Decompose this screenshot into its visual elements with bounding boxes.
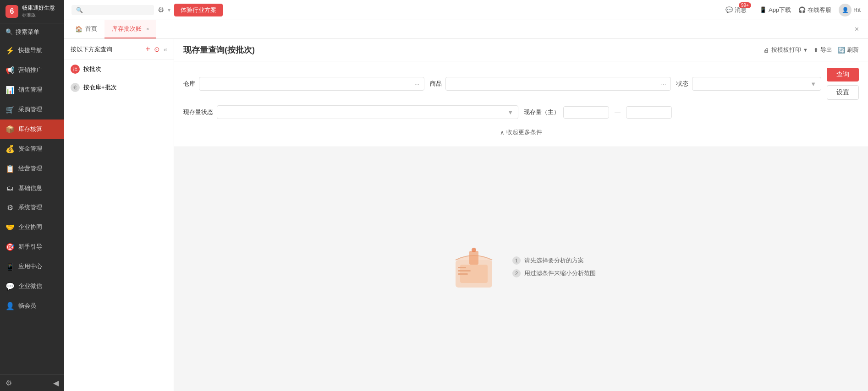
- refresh-label: 刷新: [847, 46, 859, 54]
- stock-qty-from-input[interactable]: [563, 106, 609, 119]
- collapse-panel-icon[interactable]: «: [164, 45, 167, 53]
- topbar-dropdown-icon[interactable]: ▾: [168, 7, 170, 13]
- print-action[interactable]: 🖨 按模板打印 ▼: [764, 46, 808, 54]
- status-filter: 状态 ▼: [676, 77, 821, 91]
- stock-status-label: 现存量状态: [183, 108, 213, 116]
- operation-icon: 📋: [5, 164, 15, 173]
- warehouse-input[interactable]: ···: [199, 77, 424, 91]
- sidebar-item-basic[interactable]: 🗂 基础信息: [0, 179, 64, 198]
- sidebar-item-marketing[interactable]: 📢 营销推广: [0, 60, 64, 80]
- empty-state: 1 请先选择要分析的方案 2 用过滤条件来缩小分析范围: [174, 147, 868, 391]
- tab-home-label: 首页: [85, 25, 97, 33]
- stock-qty-to-input[interactable]: [626, 106, 672, 119]
- trial-btn[interactable]: 体验行业方案: [174, 4, 223, 16]
- member-icon: 👤: [5, 302, 15, 310]
- system-icon: ⚙: [5, 203, 15, 212]
- sidebar-item-sales[interactable]: 📊 销售管理: [0, 80, 64, 100]
- sidebar-item-enterprise-wechat[interactable]: 💬 企业微信: [0, 277, 64, 296]
- messages-item[interactable]: 💬 消息 99+: [725, 6, 747, 14]
- sidebar-item-quick-nav[interactable]: ⚡ 快捷导航: [0, 41, 64, 60]
- purchase-icon: 🛒: [5, 105, 15, 114]
- tab-close-icon[interactable]: ×: [146, 26, 149, 32]
- app-download-label: App下载: [769, 6, 791, 14]
- tabsbar: 🏠 首页 库存批次账 × ×: [64, 20, 868, 39]
- empty-tip-2: 2 用过滤条件来缩小分析范围: [512, 269, 596, 277]
- query-button[interactable]: 查询: [827, 68, 859, 81]
- inventory-icon: 📦: [5, 125, 15, 134]
- status-arrow-icon: ▼: [810, 81, 816, 87]
- warehouse-filter-label: 仓库: [183, 80, 195, 88]
- tip-2-text: 用过滤条件来缩小分析范围: [524, 269, 596, 277]
- scheme-settings-icon[interactable]: ⊙: [154, 45, 160, 54]
- sidebar-item-operation[interactable]: 📋 经营管理: [0, 159, 64, 179]
- sidebar-search[interactable]: 🔍 搜索菜单: [0, 23, 64, 41]
- refresh-icon: 🔄: [838, 47, 845, 54]
- svg-rect-6: [458, 273, 468, 275]
- scheme-warehouse-batch[interactable]: 仓 按仓库+批次: [64, 78, 174, 97]
- sidebar-label-guide: 新手引导: [18, 243, 42, 251]
- product-input-dots[interactable]: ···: [661, 81, 666, 87]
- sidebar-item-inventory[interactable]: 📦 库存核算: [0, 119, 64, 139]
- online-service-item[interactable]: 🎧 在线客服: [798, 6, 831, 14]
- sidebar-item-enterprise[interactable]: 🤝 企业协同: [0, 217, 64, 237]
- left-panel-header: 按以下方案查询 + ⊙ «: [64, 39, 174, 60]
- sidebar-item-system[interactable]: ⚙ 系统管理: [0, 198, 64, 217]
- refresh-action[interactable]: 🔄 刷新: [838, 46, 859, 54]
- status-select[interactable]: ▼: [692, 77, 821, 91]
- sidebar-logo: 6 畅康通好生意 标准版: [0, 0, 64, 23]
- sidebar-scroll: ⚡ 快捷导航 📢 营销推广 📊 销售管理 🛒 采购管理 📦 库存核算 💰 资金管…: [0, 41, 64, 375]
- collapse-sidebar-icon[interactable]: ◀: [53, 379, 59, 387]
- filter-area: 仓库 ··· 商品 ··· 状态 ▼: [174, 61, 868, 147]
- product-input[interactable]: ···: [445, 77, 671, 91]
- online-service-label: 在线客服: [808, 6, 831, 14]
- scheme-warehouse-batch-icon: 仓: [71, 83, 80, 92]
- app-download-item[interactable]: 📱 App下载: [759, 6, 791, 14]
- sidebar-label-marketing: 营销推广: [18, 66, 42, 74]
- sidebar-item-purchase[interactable]: 🛒 采购管理: [0, 100, 64, 119]
- left-panel-actions: + ⊙ «: [145, 44, 167, 54]
- warehouse-input-dots[interactable]: ···: [414, 81, 419, 87]
- empty-tip-1: 1 请先选择要分析的方案: [512, 256, 596, 265]
- settings-button[interactable]: 设置: [827, 85, 859, 100]
- sidebar-item-guide[interactable]: 🎯 新手引导: [0, 237, 64, 257]
- messages-badge: 99+: [739, 2, 751, 8]
- logo-name: 畅康通好生意: [22, 5, 55, 12]
- warehouse-filter: 仓库 ···: [183, 77, 424, 91]
- sidebar-label-operation: 经营管理: [18, 164, 42, 173]
- tab-inventory-batch[interactable]: 库存批次账 ×: [104, 20, 156, 38]
- page-header: 现存量查询(按批次) 🖨 按模板打印 ▼ ⬆ 导出 🔄 刷新: [174, 39, 868, 61]
- print-label: 按模板打印: [771, 46, 801, 54]
- user-item[interactable]: 👤 Rit: [839, 4, 861, 16]
- enterprise-wechat-icon: 💬: [5, 282, 15, 291]
- topbar-search-icon: 🔍: [76, 7, 83, 13]
- scheme-batch-label: 按批次: [83, 65, 101, 73]
- collapse-icon: ∧: [500, 129, 505, 136]
- stock-qty-label: 现存量（主）: [524, 108, 560, 116]
- tab-home[interactable]: 🏠 首页: [68, 20, 104, 38]
- scheme-warehouse-batch-label: 按仓库+批次: [83, 83, 117, 92]
- left-panel-title: 按以下方案查询: [71, 45, 112, 54]
- export-action[interactable]: ⬆ 导出: [813, 46, 832, 54]
- sidebar-item-app-center[interactable]: 📱 应用中心: [0, 257, 64, 277]
- scheme-batch[interactable]: 批 按批次: [64, 60, 174, 78]
- topbar-right: 💬 消息 99+ 📱 App下载 🎧 在线客服 👤 Rit: [725, 4, 861, 16]
- panel-close-btn[interactable]: ×: [849, 25, 864, 33]
- settings-bottom-icon[interactable]: ⚙: [5, 379, 12, 387]
- add-scheme-icon[interactable]: +: [145, 44, 150, 54]
- product-filter-label: 商品: [430, 80, 442, 88]
- sidebar: 6 畅康通好生意 标准版 🔍 搜索菜单 ⚡ 快捷导航 📢 营销推广 📊 销售管理…: [0, 0, 64, 391]
- content-area: 按以下方案查询 + ⊙ « 批 按批次 仓 按仓库+批次 现存量查询(按批次): [64, 39, 868, 391]
- topbar-gear-icon[interactable]: ⚙: [158, 5, 164, 14]
- sidebar-label-inventory: 库存核算: [18, 125, 42, 133]
- print-icon: 🖨: [764, 47, 769, 54]
- stock-status-select[interactable]: ▼: [217, 105, 518, 119]
- print-arrow-icon[interactable]: ▼: [803, 47, 808, 53]
- tip-2-num: 2: [512, 269, 521, 277]
- collapse-filter-row[interactable]: ∧ 收起更多条件: [183, 125, 859, 140]
- sidebar-item-finance[interactable]: 💰 资金管理: [0, 139, 64, 159]
- export-label: 导出: [820, 46, 832, 54]
- left-panel: 按以下方案查询 + ⊙ « 批 按批次 仓 按仓库+批次: [64, 39, 174, 391]
- topbar-search-box[interactable]: 🔍: [71, 5, 154, 15]
- sidebar-item-member[interactable]: 👤 畅会员: [0, 296, 64, 316]
- sales-icon: 📊: [5, 86, 15, 94]
